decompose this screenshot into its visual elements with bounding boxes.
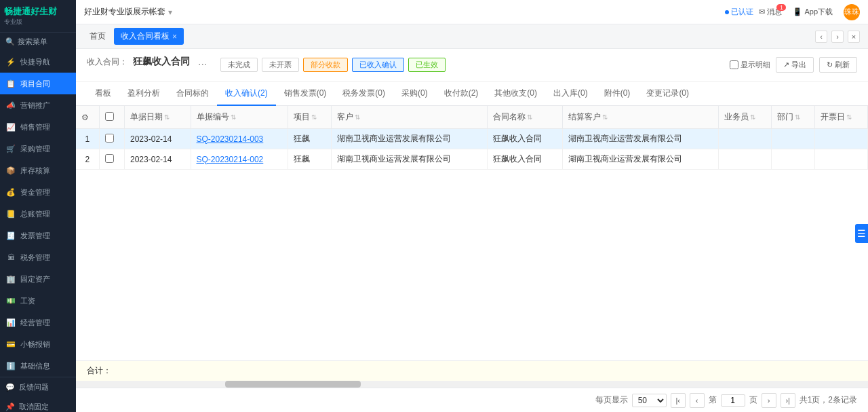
user-avatar[interactable]: 珠珠 — [844, 4, 860, 20]
status-bar: 未完成未开票部分收款已收入确认已生效 — [220, 58, 446, 72]
pagination-info: 共1页，2条记录 — [800, 394, 857, 406]
table-row[interactable]: 22023-02-14SQ-20230214-002狂飙湖南卫视商业运营发展有限… — [76, 149, 868, 170]
status-btn-0[interactable]: 未完成 — [220, 58, 258, 72]
tab-contract-board[interactable]: 收入合同看板 × — [114, 28, 184, 45]
sidebar-item-2[interactable]: 📈销售管理 — [0, 116, 76, 138]
sidebar-search[interactable]: 🔍 搜索菜单 — [0, 33, 76, 51]
nav-icon-11: 📊 — [5, 317, 16, 328]
sort-icon-7[interactable]: ⇅ — [602, 113, 608, 121]
logo-sub: 专业版 — [4, 18, 72, 26]
col-header-10: 开票日⇅ — [814, 106, 867, 129]
total-label: 合计： — [87, 366, 111, 375]
cell-0-8 — [718, 129, 771, 149]
sub-tab-7[interactable]: 收付款(2) — [436, 82, 487, 106]
col-header-7: 结算客户⇅ — [562, 106, 718, 129]
doc-number-link-0[interactable]: SQ-20230214-003 — [197, 134, 264, 144]
nav-icon-9: 🏢 — [5, 274, 16, 284]
nav-icon-5: 💰 — [5, 187, 16, 198]
sidebar-item-7[interactable]: 🧾发票管理 — [0, 225, 76, 246]
sidebar-item-12[interactable]: 💳小畅报销 — [0, 333, 76, 355]
sub-tab-10[interactable]: 附件(0) — [596, 82, 639, 106]
sidebar-bottom-item-0[interactable]: 💬反馈问题 — [0, 377, 76, 397]
pagination-next-button[interactable]: › — [762, 393, 776, 408]
tab-prev-button[interactable]: ‹ — [815, 31, 827, 43]
sidebar-nav: 📋项目合同📣营销推广📈销售管理🛒采购管理📦库存核算💰资金管理📒总账管理🧾发票管理… — [0, 73, 76, 377]
sub-tab-1[interactable]: 盈利分析 — [119, 82, 168, 106]
pagination-prev-button[interactable]: ‹ — [690, 393, 705, 408]
sidebar-item-6[interactable]: 📒总账管理 — [0, 203, 76, 225]
sub-tab-2[interactable]: 合同标的 — [168, 82, 217, 106]
row-checkbox-0[interactable] — [105, 134, 114, 143]
sidebar-item-5[interactable]: 💰资金管理 — [0, 181, 76, 203]
table-row[interactable]: 12023-02-14SQ-20230214-003狂飙湖南卫视商业运营发展有限… — [76, 129, 868, 149]
sidebar-item-8[interactable]: 🏛税务管理 — [0, 246, 76, 268]
sub-tab-4[interactable]: 销售发票(0) — [276, 82, 335, 106]
company-selector[interactable]: 好业财专业版展示帐套 ▾ — [84, 6, 719, 18]
content-header: 收入合同： 狂飙收入合同 ... 未完成未开票部分收款已收入确认已生效 显示明细… — [76, 49, 868, 82]
tab-close-all-button[interactable]: × — [848, 31, 860, 43]
doc-number-link-1[interactable]: SQ-20230214-002 — [197, 155, 264, 164]
sub-tab-6[interactable]: 采购(0) — [393, 82, 436, 106]
panel-icon: ☰ — [857, 228, 866, 239]
per-page-select[interactable]: 50 100 200 — [632, 394, 667, 407]
sort-icon-4[interactable]: ⇅ — [311, 113, 317, 121]
sidebar-item-1[interactable]: 📣营销推广 — [0, 94, 76, 116]
sub-tab-0[interactable]: 看板 — [87, 82, 119, 106]
sidebar-item-13[interactable]: ℹ️基础信息 — [0, 355, 76, 377]
table-area[interactable]: ⚙单据日期⇅单据编号⇅项目⇅客户⇅合同名称⇅结算客户⇅业务员⇅部门⇅开票日⇅ 1… — [76, 106, 868, 360]
sidebar-item-9[interactable]: 🏢固定资产 — [0, 268, 76, 290]
sidebar-item-3[interactable]: 🛒采购管理 — [0, 138, 76, 160]
show-detail-toggle[interactable]: 显示明细 — [730, 60, 770, 70]
row-checkbox-1[interactable] — [105, 154, 114, 163]
refresh-icon: ↻ — [827, 60, 833, 69]
sub-tab-8[interactable]: 其他收支(0) — [486, 82, 545, 106]
more-options-button[interactable]: ... — [195, 56, 210, 68]
sort-icon-3[interactable]: ⇅ — [231, 113, 236, 121]
tab-next-button[interactable]: › — [831, 31, 844, 43]
status-btn-4[interactable]: 已生效 — [408, 58, 446, 72]
sidebar-item-11[interactable]: 📊经营管理 — [0, 312, 76, 333]
select-all-checkbox[interactable] — [105, 112, 114, 121]
sidebar-item-0[interactable]: 📋项目合同 — [0, 73, 76, 94]
col-header-2: 单据日期⇅ — [125, 106, 191, 129]
sort-icon-9[interactable]: ⇅ — [795, 113, 800, 121]
status-btn-1[interactable]: 未开票 — [262, 58, 299, 72]
page-input[interactable] — [721, 394, 745, 407]
sort-icon-10[interactable]: ⇅ — [846, 113, 852, 121]
sidebar-bottom: 💬反馈问题📌取消固定 — [0, 377, 76, 412]
horizontal-scrollbar[interactable] — [76, 381, 868, 388]
sidebar-item-10[interactable]: 💵工资 — [0, 290, 76, 312]
tab-close-icon[interactable]: × — [172, 32, 177, 41]
app-download-button[interactable]: 📱 App下载 — [793, 7, 833, 17]
sub-tab-11[interactable]: 变更记录(0) — [638, 82, 697, 106]
topbar: 好业财专业版展示帐套 ▾ 已认证 ✉ 1 消息 📱 App下载 珠珠 — [76, 0, 868, 24]
pagination-first-button[interactable]: |‹ — [671, 393, 686, 408]
sidebar-item-quick-nav[interactable]: ⚡ 快捷导航 — [0, 51, 76, 73]
nav-icon-2: 📈 — [5, 121, 16, 132]
sort-icon-5[interactable]: ⇅ — [355, 113, 360, 121]
refresh-button[interactable]: ↻ 刷新 — [819, 57, 857, 73]
nav-icon-3: 🛒 — [5, 143, 16, 154]
settings-icon[interactable]: ⚙ — [81, 113, 89, 122]
sub-tab-9[interactable]: 出入库(0) — [545, 82, 596, 106]
status-btn-2[interactable]: 部分收款 — [303, 58, 348, 72]
chevron-down-icon: ▾ — [168, 7, 172, 17]
status-btn-3[interactable]: 已收入确认 — [352, 58, 404, 72]
sidebar: 畅捷通好生财 专业版 🔍 搜索菜单 ⚡ 快捷导航 📋项目合同📣营销推广📈销售管理… — [0, 0, 76, 412]
tab-home[interactable]: 首页 — [84, 28, 111, 45]
pagination-last-button[interactable]: ›| — [781, 393, 795, 408]
sidebar-item-4[interactable]: 📦库存核算 — [0, 160, 76, 181]
nav-icon-10: 💵 — [5, 295, 16, 306]
sort-icon-2[interactable]: ⇅ — [164, 113, 170, 121]
sub-tab-5[interactable]: 税务发票(0) — [334, 82, 393, 106]
message-button[interactable]: ✉ 1 消息 — [759, 7, 782, 17]
scrollbar-thumb — [225, 381, 361, 388]
sidebar-bottom-item-1[interactable]: 📌取消固定 — [0, 397, 76, 412]
show-detail-checkbox[interactable] — [730, 60, 738, 69]
export-button[interactable]: ↗ 导出 — [776, 57, 814, 73]
content-area: 收入合同： 狂飙收入合同 ... 未完成未开票部分收款已收入确认已生效 显示明细… — [76, 49, 868, 412]
sort-icon-6[interactable]: ⇅ — [527, 113, 532, 121]
sub-tab-3[interactable]: 收入确认(2) — [217, 82, 276, 106]
sort-icon-8[interactable]: ⇅ — [750, 113, 755, 121]
right-panel-button[interactable]: ☰ — [855, 224, 868, 243]
